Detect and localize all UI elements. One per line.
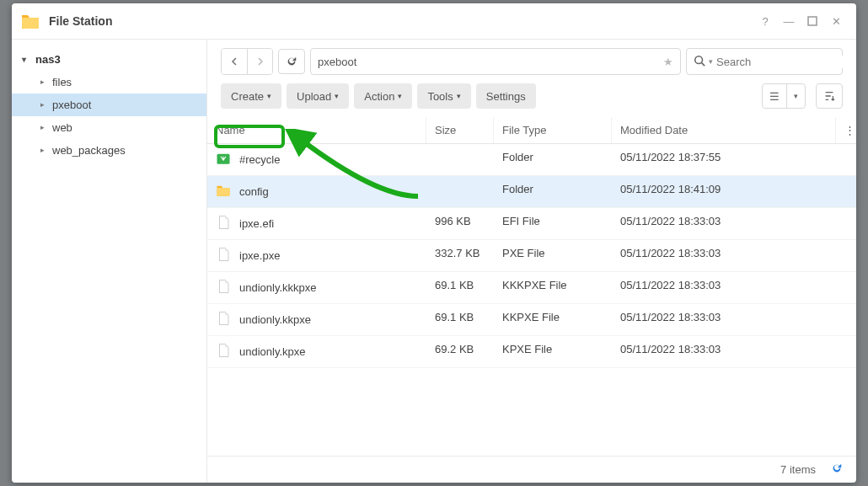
file-size: 69.2 KB: [426, 336, 494, 367]
main-panel: pxeboot ★ ▾ Create▾ Upload▾ Action▾ Tool…: [207, 40, 856, 483]
list-view-button[interactable]: ☰: [763, 84, 786, 108]
list-icon: ☰: [769, 90, 780, 103]
file-size: 332.7 KB: [426, 240, 494, 271]
create-button[interactable]: Create▾: [221, 83, 281, 109]
close-button[interactable]: ✕: [824, 9, 848, 33]
app-window: File Station ? — ✕ nas3 filespxebootwebw…: [12, 3, 856, 483]
settings-button[interactable]: Settings: [476, 83, 536, 109]
tools-button[interactable]: Tools▾: [417, 83, 470, 109]
file-name: ipxe.efi: [239, 217, 274, 230]
file-size: 996 KB: [426, 208, 494, 239]
nav-back-button[interactable]: [222, 49, 247, 74]
col-size[interactable]: Size: [426, 117, 494, 143]
tree-root[interactable]: nas3: [12, 48, 206, 71]
app-folder-icon: [20, 11, 40, 31]
sidebar-item-pxeboot[interactable]: pxeboot: [12, 93, 206, 116]
nav-forward-button[interactable]: [247, 49, 272, 74]
sidebar: nas3 filespxebootwebweb_packages: [12, 40, 207, 483]
file-size: [426, 176, 494, 207]
col-type[interactable]: File Type: [494, 117, 612, 143]
action-button[interactable]: Action▾: [354, 83, 412, 109]
grid-header: Name Size File Type Modified Date ⋮: [207, 117, 856, 144]
help-button[interactable]: ?: [753, 9, 777, 33]
file-type: EFI File: [494, 208, 612, 239]
col-menu[interactable]: ⋮: [836, 117, 856, 143]
file-modified: 05/11/2022 18:41:09: [612, 176, 836, 207]
chevron-down-icon[interactable]: ▾: [709, 57, 713, 66]
recycle-icon: [216, 151, 231, 168]
file-icon: [216, 311, 231, 328]
reload-button[interactable]: [278, 49, 305, 74]
path-breadcrumb[interactable]: pxeboot ★: [310, 48, 681, 75]
file-size: 69.1 KB: [426, 304, 494, 335]
file-icon: [216, 279, 231, 296]
file-name: undionly.kkpxe: [239, 313, 311, 326]
table-row[interactable]: undionly.kpxe69.2 KBKPXE File05/11/2022 …: [207, 336, 856, 368]
app-title: File Station: [49, 14, 753, 28]
file-type: KKKPXE File: [494, 272, 612, 303]
file-name: undionly.kkkpxe: [239, 281, 317, 294]
table-row[interactable]: undionly.kkkpxe69.1 KBKKKPXE File05/11/2…: [207, 272, 856, 304]
file-list: #recycleFolder05/11/2022 18:37:55configF…: [207, 144, 856, 456]
file-type: KKPXE File: [494, 304, 612, 335]
table-row[interactable]: #recycleFolder05/11/2022 18:37:55: [207, 144, 856, 176]
file-modified: 05/11/2022 18:33:03: [612, 272, 836, 303]
search-input[interactable]: [716, 56, 856, 68]
col-name[interactable]: Name: [207, 117, 426, 143]
file-type: PXE File: [494, 240, 612, 271]
sidebar-item-web_packages[interactable]: web_packages: [12, 139, 206, 162]
status-bar: 7 items: [207, 456, 856, 483]
search-icon: [694, 55, 705, 69]
file-modified: 05/11/2022 18:33:03: [612, 336, 836, 367]
file-icon: [216, 343, 231, 360]
svg-rect-0: [808, 17, 817, 25]
maximize-button[interactable]: [801, 9, 824, 33]
folder-icon: [216, 183, 231, 200]
file-icon: [216, 215, 231, 232]
file-name: undionly.kpxe: [239, 345, 306, 358]
item-count: 7 items: [780, 463, 816, 476]
view-mode-group: ☰ ▾: [762, 83, 806, 109]
sort-button[interactable]: [816, 83, 843, 109]
file-name: #recycle: [239, 153, 280, 166]
table-row[interactable]: undionly.kkpxe69.1 KBKKPXE File05/11/202…: [207, 304, 856, 336]
table-row[interactable]: configFolder05/11/2022 18:41:09: [207, 176, 856, 208]
sidebar-item-web[interactable]: web: [12, 116, 206, 139]
minimize-button[interactable]: —: [777, 9, 801, 33]
table-row[interactable]: ipxe.pxe332.7 KBPXE File05/11/2022 18:33…: [207, 240, 856, 272]
file-modified: 05/11/2022 18:33:03: [612, 240, 836, 271]
file-type: KPXE File: [494, 336, 612, 367]
file-type: Folder: [494, 144, 612, 175]
sidebar-item-files[interactable]: files: [12, 71, 206, 93]
file-modified: 05/11/2022 18:37:55: [612, 144, 836, 175]
file-name: config: [239, 185, 269, 198]
file-modified: 05/11/2022 18:33:03: [612, 304, 836, 335]
table-row[interactable]: ipxe.efi996 KBEFI File05/11/2022 18:33:0…: [207, 208, 856, 240]
path-value: pxeboot: [318, 56, 356, 68]
file-icon: [216, 247, 231, 264]
search-box[interactable]: ▾: [686, 48, 843, 75]
upload-button[interactable]: Upload▾: [287, 83, 349, 109]
titlebar: File Station ? — ✕: [12, 3, 856, 39]
file-modified: 05/11/2022 18:33:03: [612, 208, 836, 239]
file-type: Folder: [494, 176, 612, 207]
file-name: ipxe.pxe: [239, 249, 280, 262]
file-size: 69.1 KB: [426, 272, 494, 303]
favorite-icon[interactable]: ★: [663, 56, 673, 68]
status-refresh-button[interactable]: [831, 462, 843, 477]
file-size: [426, 144, 494, 175]
svg-point-1: [695, 56, 703, 63]
col-modified[interactable]: Modified Date: [612, 117, 836, 143]
view-dropdown-button[interactable]: ▾: [786, 84, 805, 108]
